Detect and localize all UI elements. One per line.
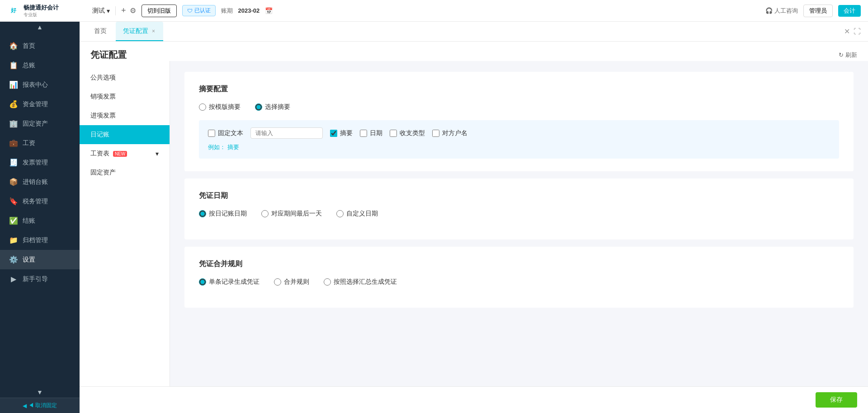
left-nav-item-public[interactable]: 公共选项 — [80, 68, 170, 87]
radio-single-record[interactable] — [199, 278, 206, 286]
manager-button[interactable]: 管理员 — [803, 5, 833, 17]
sidebar-scroll-down[interactable]: ▼ — [0, 387, 80, 398]
voucher-date-section: 凭证日期 按日记账日期 对应期间最后一天 — [184, 178, 854, 239]
period-label: 账期 — [221, 7, 233, 15]
certified-badge: 🛡 已认证 — [182, 5, 216, 16]
radio-template-label[interactable]: 按模版摘要 — [199, 103, 241, 111]
guide-icon: ▶ — [9, 275, 18, 283]
sidebar-item-closing[interactable]: ✅ 结账 — [0, 211, 80, 230]
left-nav-item-payroll[interactable]: 工资表 NEW ▾ — [80, 144, 170, 163]
unfix-sidebar-button[interactable]: ◀ ◀ 取消固定 — [0, 398, 80, 413]
radio-select-summary[interactable] — [324, 278, 331, 286]
radio-template-input[interactable] — [199, 103, 206, 111]
chevron-down-icon: ▾ — [107, 7, 110, 14]
left-nav-item-output-invoice[interactable]: 销项发票 — [80, 87, 170, 106]
consult-button[interactable]: 🎧 人工咨询 — [765, 7, 798, 15]
fund-icon: 💰 — [9, 100, 18, 108]
top-bar: 好 畅捷通好会计 专业版 测试 ▾ + ⚙ 切到旧版 🛡 已认证 账期 2023… — [0, 0, 868, 22]
radio-select-summary-label[interactable]: 按照选择汇总生成凭证 — [324, 278, 397, 286]
checkbox-fixed-text-label[interactable]: 固定文本 — [208, 129, 243, 137]
sidebar-item-fixed-asset[interactable]: 🏢 固定资产 — [0, 114, 80, 133]
refresh-button[interactable]: ↻ 刷新 — [839, 51, 857, 59]
tab-voucher-label: 凭证配置 — [123, 27, 148, 35]
radio-last-day-label[interactable]: 对应期间最后一天 — [261, 210, 322, 218]
summary-section-title: 摘要配置 — [199, 84, 839, 94]
left-nav-item-journal[interactable]: 日记账 — [80, 125, 170, 144]
headset-icon: 🎧 — [765, 7, 773, 14]
sidebar-item-label: 报表中心 — [23, 81, 48, 89]
sidebar-item-home[interactable]: 🏠 首页 — [0, 36, 80, 56]
top-actions: + ⚙ — [121, 6, 136, 15]
sidebar-item-archive[interactable]: 📁 归档管理 — [0, 230, 80, 250]
tax-icon: 🔖 — [9, 197, 18, 206]
sidebar-item-salary[interactable]: 💼 工资 — [0, 133, 80, 153]
calendar-icon[interactable]: 📅 — [265, 7, 273, 14]
checkbox-counterpart[interactable] — [432, 130, 439, 137]
checkbox-fixed-text[interactable] — [208, 130, 215, 137]
radio-select-label[interactable]: 选择摘要 — [255, 103, 290, 111]
sidebar-item-label: 工资 — [23, 139, 35, 147]
checkbox-date-label[interactable]: 日期 — [360, 129, 382, 137]
sidebar-scroll-up[interactable]: ▲ — [0, 22, 80, 33]
sidebar-item-label: 结账 — [23, 217, 35, 225]
asset-icon: 🏢 — [9, 119, 18, 128]
archive-icon: 📁 — [9, 236, 18, 244]
left-nav-item-input-invoice[interactable]: 进项发票 — [80, 106, 170, 125]
company-selector[interactable]: 测试 ▾ — [92, 7, 110, 15]
sidebar-item-label: 首页 — [23, 42, 35, 50]
purchase-sale-icon: 📦 — [9, 178, 18, 186]
sidebar-item-ledger[interactable]: 📋 总账 — [0, 56, 80, 75]
checkbox-counterpart-label[interactable]: 对方户名 — [432, 129, 467, 137]
sidebar-item-label: 资金管理 — [23, 100, 48, 108]
sidebar-item-tax[interactable]: 🔖 税务管理 — [0, 192, 80, 211]
radio-merge-rule-label[interactable]: 合并规则 — [274, 278, 309, 286]
sidebar-item-settings[interactable]: ⚙️ 设置 — [0, 250, 80, 269]
sidebar-item-label: 税务管理 — [23, 197, 48, 206]
checkbox-date[interactable] — [360, 130, 367, 137]
app-logo-icon: 好 — [7, 5, 20, 17]
close-all-tabs-button[interactable]: ✕ — [844, 27, 850, 36]
checkbox-summary[interactable] — [330, 130, 337, 137]
radio-last-day[interactable] — [261, 210, 269, 217]
radio-select-input[interactable] — [255, 103, 262, 111]
tab-voucher-config[interactable]: 凭证配置 × — [116, 22, 163, 41]
sidebar-item-label: 固定资产 — [23, 120, 48, 128]
radio-by-journal-label[interactable]: 按日记账日期 — [199, 210, 247, 218]
fixed-text-input[interactable] — [250, 127, 323, 139]
fullscreen-button[interactable]: ⛶ — [854, 27, 861, 36]
settings-icon: ⚙️ — [9, 255, 18, 264]
switch-old-button[interactable]: 切到旧版 — [142, 5, 177, 17]
summary-sub-options: 固定文本 摘要 日期 — [199, 120, 839, 159]
refresh-icon: ↻ — [839, 52, 844, 58]
checkbox-payment-type-label[interactable]: 收支类型 — [390, 129, 425, 137]
sidebar-item-label: 归档管理 — [23, 236, 48, 244]
left-nav-item-fixed-asset[interactable]: 固定资产 — [80, 163, 170, 182]
sidebar-item-fund[interactable]: 💰 资金管理 — [0, 94, 80, 114]
save-button[interactable]: 保存 — [816, 392, 857, 408]
radio-by-journal[interactable] — [199, 210, 206, 217]
radio-single-record-label[interactable]: 单条记录生成凭证 — [199, 278, 259, 286]
sidebar-item-purchase-sale[interactable]: 📦 进销台账 — [0, 172, 80, 192]
report-icon: 📊 — [9, 80, 18, 89]
accountant-button[interactable]: 会计 — [838, 5, 861, 17]
sidebar-item-report[interactable]: 📊 报表中心 — [0, 75, 80, 94]
page-header: 凭证配置 ↻ 刷新 — [80, 42, 868, 61]
tab-close-button[interactable]: × — [151, 28, 156, 34]
invoice-icon: 🧾 — [9, 158, 18, 167]
settings-icon-button[interactable]: ⚙ — [130, 6, 136, 15]
example-text: 例如： 摘要 — [208, 143, 830, 151]
config-content: 摘要配置 按模版摘要 选择摘要 — [170, 61, 868, 386]
checkbox-payment-type[interactable] — [390, 130, 397, 137]
add-button[interactable]: + — [121, 6, 126, 15]
radio-merge-rule[interactable] — [274, 278, 281, 286]
voucher-date-title: 凭证日期 — [199, 191, 839, 201]
radio-custom-date[interactable] — [336, 210, 344, 217]
sidebar-item-invoice[interactable]: 🧾 发票管理 — [0, 153, 80, 172]
top-bar-right: 🎧 人工咨询 管理员 会计 — [765, 5, 861, 17]
tab-bar-actions: ✕ ⛶ — [844, 27, 861, 36]
shield-icon: 🛡 — [187, 8, 193, 14]
tab-home[interactable]: 首页 — [87, 22, 114, 41]
sidebar-item-guide[interactable]: ▶ 新手引导 — [0, 269, 80, 289]
radio-custom-date-label[interactable]: 自定义日期 — [336, 210, 378, 218]
checkbox-summary-label[interactable]: 摘要 — [330, 129, 353, 137]
